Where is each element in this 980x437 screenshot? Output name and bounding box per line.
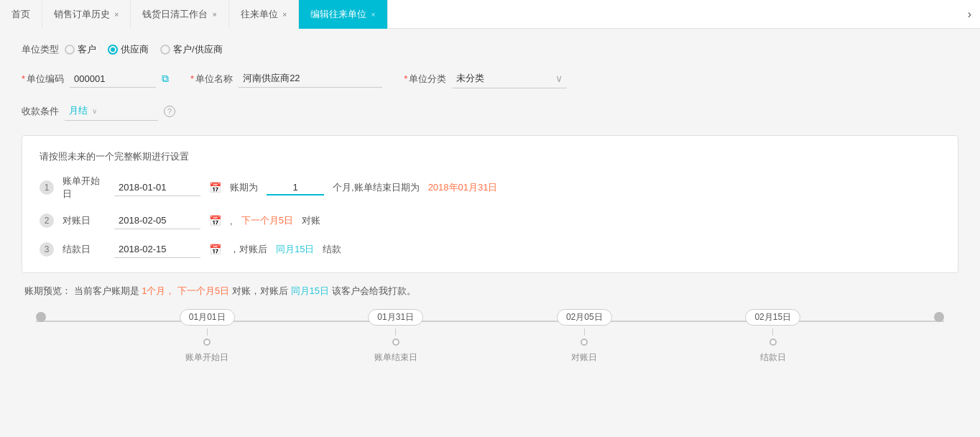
preview-text-before: 当前客户账期是 <box>74 285 139 296</box>
timeline-node-4: 02月15日 结款日 <box>745 309 800 364</box>
preview-text4: 该客户会给我打款。 <box>332 285 416 296</box>
radio-customer[interactable]: 客户 <box>65 43 96 56</box>
timeline-label-3: 对账日 <box>571 351 597 364</box>
code-copy-icon[interactable]: ⧉ <box>162 73 169 85</box>
period-num-1: 1 <box>40 180 54 195</box>
period-highlight-3: 同月15日 <box>276 243 314 256</box>
radio-supplier-label: 供应商 <box>121 43 149 56</box>
tab-cash-work-label: 钱货日清工作台 <box>142 8 208 21</box>
period-suffix-2b: 对账 <box>302 214 320 227</box>
period-date-3[interactable] <box>114 241 200 258</box>
tab-sales-history-close[interactable]: × <box>114 10 119 19</box>
period-row-2: 2 对账日 📅 , 下一个月5日 对账 <box>40 212 940 229</box>
name-field: *单位名称 <box>190 70 382 88</box>
period-date-1[interactable] <box>114 179 200 196</box>
period-cal-icon-1[interactable]: 📅 <box>209 182 221 193</box>
preview-text2: 下一个月5日 <box>177 285 229 296</box>
payment-label: 收款条件 <box>22 105 59 118</box>
name-label: *单位名称 <box>190 73 233 86</box>
tab-cash-work-close[interactable]: × <box>212 10 216 19</box>
tab-home[interactable]: 首页 <box>0 0 42 29</box>
timeline-dot-1 <box>203 339 211 346</box>
payment-field: 收款条件 月结 ∨ ? <box>22 101 175 121</box>
radio-customer-supplier[interactable]: 客户/供应商 <box>160 43 223 56</box>
tab-edit-partner-label: 编辑往来单位 <box>310 8 366 21</box>
period-row-1: 1 账单开始日 📅 账期为 个月,账单结束日期为 2018年01月31日 <box>40 175 940 201</box>
timeline-container: 01月01日 账单开始日 01月31日 账单结束日 02月05日 对账日 <box>22 312 958 392</box>
category-dropdown[interactable]: 未分类 ∨ <box>452 69 567 88</box>
category-arrow-icon: ∨ <box>555 73 563 84</box>
tab-home-label: 首页 <box>11 8 30 21</box>
payment-select[interactable]: 月结 ∨ <box>65 101 158 121</box>
tab-cash-work[interactable]: 钱货日清工作台 × <box>131 0 228 29</box>
timeline-node-1: 01月01日 账单开始日 <box>180 309 235 364</box>
tab-more-button[interactable]: › <box>959 0 980 29</box>
period-unit-text: 个月,账单结束日期为 <box>333 181 420 194</box>
category-field: *单位分类 未分类 ∨ <box>404 69 567 88</box>
timeline-connector-2 <box>395 328 396 336</box>
unit-type-label: 单位类型 <box>22 43 59 56</box>
radio-supplier[interactable]: 供应商 <box>108 43 149 56</box>
category-value: 未分类 <box>456 72 553 85</box>
timeline-connector-3 <box>584 328 585 336</box>
period-suffix-3a: ，对账后 <box>230 243 267 256</box>
timeline-connector-1 <box>207 328 208 336</box>
tab-edit-partner-close[interactable]: × <box>371 10 375 19</box>
unit-type-radio-group: 客户 供应商 客户/供应商 <box>65 43 223 56</box>
code-input[interactable] <box>70 70 156 88</box>
period-highlight-2: 下一个月5日 <box>241 214 293 227</box>
radio-customer-label: 客户 <box>78 43 96 56</box>
period-months-input[interactable] <box>267 180 324 196</box>
period-suffix-2a: , <box>230 216 233 226</box>
timeline-node-3: 02月05日 对账日 <box>557 309 612 364</box>
period-cal-icon-3[interactable]: 📅 <box>209 244 221 255</box>
timeline-start-dot <box>36 312 46 322</box>
timeline-label-4: 结款日 <box>760 351 786 364</box>
tab-partner[interactable]: 往来单位 × <box>229 0 299 29</box>
period-label-3: 结款日 <box>63 243 106 256</box>
period-date-2[interactable] <box>114 212 200 229</box>
radio-customer-supplier-label: 客户/供应商 <box>173 43 223 56</box>
period-end-date: 2018年01月31日 <box>428 181 498 194</box>
period-num-3: 3 <box>40 242 54 257</box>
radio-supplier-circle <box>108 45 118 55</box>
tab-edit-partner[interactable]: 编辑往来单位 × <box>299 0 387 29</box>
tab-partner-close[interactable]: × <box>282 10 287 19</box>
page-content: 单位类型 客户 供应商 客户/供应商 *单位编码 <box>0 29 980 437</box>
code-field: *单位编码 ⧉ <box>22 70 169 88</box>
timeline-connector-4 <box>772 328 773 336</box>
preview-label: 账期预览： <box>24 285 71 296</box>
period-suffix-3b: 结款 <box>323 243 341 256</box>
code-required: * <box>22 73 25 84</box>
radio-customer-supplier-circle <box>160 45 170 55</box>
radio-customer-circle <box>65 45 75 55</box>
unit-type-field: 单位类型 客户 供应商 客户/供应商 <box>22 43 223 56</box>
period-cal-icon-2[interactable]: 📅 <box>209 215 221 226</box>
name-input[interactable] <box>239 70 382 88</box>
timeline-end-circle <box>934 312 944 322</box>
tabs-bar: 首页 销售订单历史 × 钱货日清工作台 × 往来单位 × 编辑往来单位 × › <box>0 0 980 29</box>
payment-help-icon[interactable]: ? <box>164 106 175 117</box>
timeline-start-circle <box>36 312 46 322</box>
payment-select-value: 月结 <box>69 104 88 117</box>
period-box: 请按照未来的一个完整帐期进行设置 1 账单开始日 📅 账期为 个月,账单结束日期… <box>22 135 958 273</box>
timeline-node-2: 01月31日 账单结束日 <box>368 309 423 364</box>
tab-sales-history-label: 销售订单历史 <box>54 8 110 21</box>
period-label-1: 账单开始日 <box>63 175 106 201</box>
period-suffix-1: 账期为 <box>230 181 258 194</box>
category-label: *单位分类 <box>404 73 446 86</box>
tab-sales-history[interactable]: 销售订单历史 × <box>42 0 131 29</box>
timeline-chip-4: 02月15日 <box>745 309 800 326</box>
period-box-title: 请按照未来的一个完整帐期进行设置 <box>40 150 940 163</box>
preview-section: 账期预览： 当前客户账期是 1个月， 下一个月5日 对账，对账后 同月15日 该… <box>22 285 958 298</box>
timeline-label-2: 账单结束日 <box>374 351 417 364</box>
timeline-end-dot <box>934 312 944 322</box>
timeline-dot-4 <box>769 339 777 346</box>
timeline-dot-2 <box>392 339 399 346</box>
name-required: * <box>190 73 194 84</box>
period-row-3: 3 结款日 📅 ，对账后 同月15日 结款 <box>40 241 940 258</box>
unit-type-row: 单位类型 客户 供应商 客户/供应商 <box>22 43 958 56</box>
period-label-2: 对账日 <box>63 214 106 227</box>
timeline-label-1: 账单开始日 <box>185 351 228 364</box>
timeline-chip-1: 01月01日 <box>180 309 235 326</box>
